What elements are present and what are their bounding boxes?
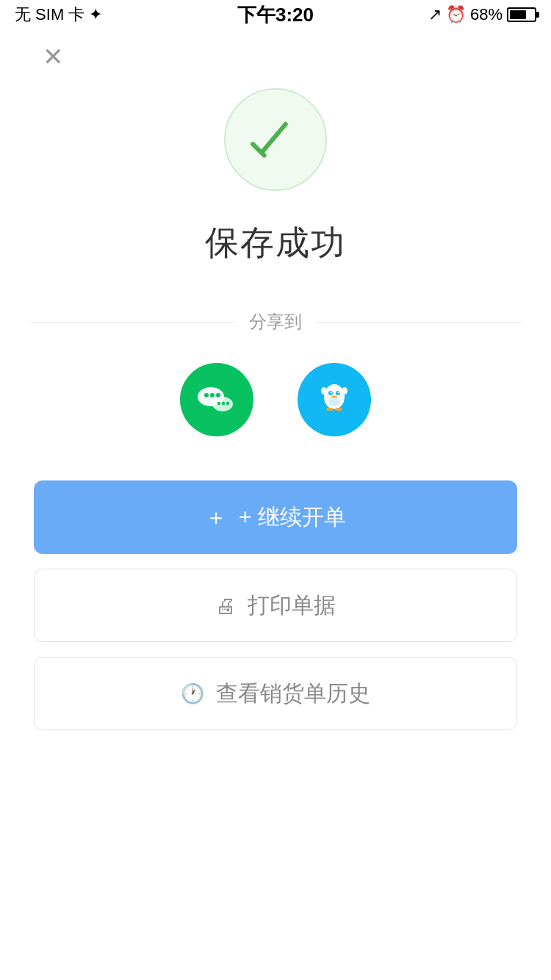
divider-left (29, 322, 234, 323)
history-button[interactable]: 🕐 查看销货单历史 (34, 657, 517, 730)
svg-point-12 (331, 392, 332, 393)
svg-point-19 (342, 387, 347, 394)
success-title: 保存成功 (205, 220, 346, 266)
wechat-icon (195, 378, 239, 422)
sim-status: 无 SIM 卡 ✦ (15, 4, 102, 26)
divider-right (317, 322, 522, 323)
battery-percent: 68% (470, 5, 503, 24)
svg-point-17 (335, 408, 342, 411)
svg-point-6 (222, 402, 225, 405)
alarm-icon: ⏰ (446, 5, 466, 24)
close-icon: ✕ (43, 44, 63, 69)
share-label: 分享到 (234, 310, 317, 334)
svg-point-13 (338, 392, 339, 393)
battery-icon (507, 7, 536, 22)
actions-section: ＋ + 继续开单 🖨 打印单据 🕐 查看销货单历史 (0, 480, 551, 730)
print-label: 打印单据 (248, 591, 336, 621)
print-button[interactable]: 🖨 打印单据 (34, 569, 517, 642)
main-content: 保存成功 分享到 (0, 29, 551, 730)
history-label: 查看销货单历史 (216, 679, 370, 709)
clock-icon: 🕐 (181, 682, 204, 705)
wechat-share-button[interactable] (180, 363, 253, 436)
status-right: ↗ ⏰ 68% (428, 5, 536, 24)
status-bar: 无 SIM 卡 ✦ 下午3:20 ↗ ⏰ 68% (0, 0, 551, 29)
checkmark-icon (250, 120, 301, 160)
close-button[interactable]: ✕ (37, 40, 69, 73)
plus-icon: ＋ (205, 502, 227, 533)
share-icons (29, 363, 522, 436)
svg-point-7 (226, 402, 229, 405)
location-icon: ↗ (428, 5, 442, 24)
qq-icon (314, 379, 355, 420)
svg-point-15 (328, 397, 340, 406)
svg-point-5 (217, 402, 220, 405)
continue-button[interactable]: ＋ + 继续开单 (34, 480, 517, 554)
status-left: 无 SIM 卡 ✦ (15, 4, 102, 26)
svg-point-1 (204, 393, 209, 397)
printer-icon: 🖨 (215, 594, 236, 618)
svg-point-18 (321, 387, 327, 394)
share-divider: 分享到 (29, 310, 522, 334)
svg-point-3 (216, 393, 220, 397)
qq-share-button[interactable] (298, 363, 371, 436)
svg-point-2 (210, 393, 215, 397)
svg-point-16 (326, 408, 334, 411)
continue-label: + 继续开单 (239, 502, 346, 533)
success-circle (224, 88, 327, 191)
share-section: 分享到 (0, 310, 551, 436)
status-time: 下午3:20 (237, 2, 314, 28)
